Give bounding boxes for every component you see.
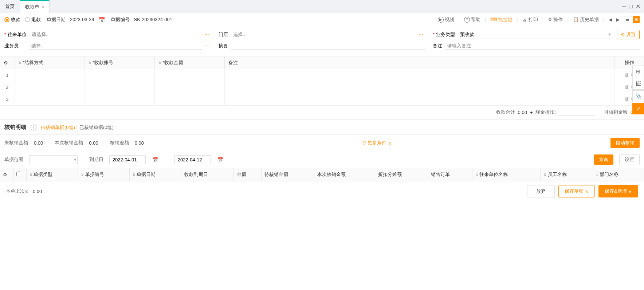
window-close-icon[interactable]: ✕	[636, 3, 640, 10]
cell-account-2[interactable]	[85, 81, 154, 93]
done-tab[interactable]: 已核销单据(0笔)	[79, 124, 114, 131]
calendar-icon[interactable]: 📅	[99, 17, 105, 23]
cell-remarks-3[interactable]	[224, 93, 614, 105]
sort-type[interactable]: ⇅	[30, 173, 32, 177]
equals-sign: =	[598, 110, 601, 115]
sort-no[interactable]: ⇅	[81, 173, 84, 177]
radio-receipt-dot	[4, 17, 9, 22]
prev-icon[interactable]: ◀	[609, 17, 612, 22]
select-all-checkbox[interactable]	[16, 172, 21, 176]
staff-input[interactable]	[29, 42, 202, 50]
doc-no-value: SK-20230324-001	[134, 17, 173, 22]
tab-home[interactable]: 首页	[0, 0, 20, 13]
cell-amount-3[interactable]	[154, 93, 224, 105]
save-new-btn[interactable]: 保存&新增 ∧	[598, 185, 638, 197]
cell-amount-2[interactable]	[154, 81, 224, 93]
video-btn[interactable]: ▶ 视频	[438, 16, 454, 23]
print-btn[interactable]: 🖨 打印	[523, 16, 538, 23]
bth-staff-name: ⇅ 员工名称	[541, 168, 592, 181]
staff-more-icon[interactable]: ···	[202, 43, 211, 49]
bth-gear: ⚙	[0, 168, 13, 181]
cal-icon-from[interactable]: 📅	[152, 157, 158, 162]
bth-due-date: 收款到期日	[181, 168, 234, 181]
store-input[interactable]	[231, 31, 416, 38]
history-btn[interactable]: 📋 历史单据	[573, 16, 599, 23]
bth-pending: 待核销金额	[262, 168, 314, 181]
cell-settlement-1[interactable]	[15, 69, 85, 81]
partner-input[interactable]	[30, 31, 202, 38]
summary-input[interactable]	[231, 42, 425, 50]
tab-bar-right: ─ □ ✕	[622, 3, 644, 10]
operation-btn[interactable]: ⚙ 操作	[548, 16, 563, 23]
shortcut-btn[interactable]: ⌨ 快捷键	[490, 16, 513, 23]
right-panel: ⊞ 🖼 📎 ⤢	[632, 66, 644, 114]
cal-icon-to[interactable]: 📅	[217, 157, 223, 162]
right-expand-icon[interactable]: ⤢	[632, 103, 644, 114]
right-paperclip-icon[interactable]: 📎	[632, 90, 644, 102]
store-more-icon[interactable]: ···	[416, 31, 425, 38]
verify-title: 核销明细	[4, 124, 26, 131]
discount-input[interactable]	[559, 109, 595, 116]
biz-type-label: * 业务类型	[433, 31, 455, 38]
right-table-icon[interactable]: ⊞	[632, 66, 644, 77]
maximize-icon[interactable]: □	[629, 3, 633, 10]
query-btn[interactable]: 查询	[594, 154, 613, 165]
next-icon[interactable]: ▶	[616, 17, 620, 22]
auto-verify-btn[interactable]: 自动核销	[610, 138, 640, 148]
cell-settlement-3[interactable]	[15, 93, 85, 105]
row-no-1: 1	[0, 69, 15, 81]
verify-settings-btn[interactable]: 设置	[619, 154, 640, 165]
row-no-2: 2	[0, 81, 15, 93]
total-value: 0.00	[518, 110, 527, 115]
due-date-to-input[interactable]	[174, 155, 211, 164]
abandon-btn[interactable]: 放弃	[527, 185, 555, 197]
remarks-input[interactable]	[445, 42, 640, 50]
cell-account-1[interactable]	[85, 69, 154, 81]
radio-receipt-label: 收款	[11, 16, 20, 23]
delete-icon-3[interactable]: 🗑	[624, 96, 629, 102]
bth-no: ⇅ 单据编号	[78, 168, 130, 181]
sort-up-settlement[interactable]: ⇅	[19, 61, 21, 65]
sort-staff[interactable]: ⇅	[543, 173, 546, 177]
help-btn[interactable]: ? 帮助	[464, 16, 480, 23]
cell-account-3[interactable]	[85, 93, 154, 105]
radio-receipt[interactable]: 收款	[4, 16, 20, 23]
sort-date[interactable]: ⇅	[133, 173, 136, 177]
tab-receipt[interactable]: 收款单 ×	[20, 0, 50, 13]
list-view-icon[interactable]: ☰	[624, 16, 631, 23]
btable-settings-icon[interactable]: ⚙	[3, 172, 7, 177]
sort-partner[interactable]: ⇅	[475, 173, 478, 177]
settings-button[interactable]: ⚙ 设置	[617, 30, 640, 39]
delete-icon-2[interactable]: 🗑	[624, 84, 629, 90]
table-settings-icon[interactable]: ⚙	[4, 60, 8, 66]
biz-type-select[interactable]: 预收款 ▼	[458, 31, 614, 39]
unchecked-label: 未核销金额	[4, 140, 28, 146]
remarks-field: 备注	[433, 42, 640, 50]
pending-tab[interactable]: 待核销单据(0笔)	[41, 124, 75, 131]
minimize-icon[interactable]: ─	[622, 3, 626, 10]
cell-remarks-2[interactable]	[224, 81, 614, 93]
filter-icon: ▽	[362, 140, 366, 146]
unchecked-value: 0.00	[34, 140, 43, 146]
right-image-icon[interactable]: 🖼	[632, 78, 644, 90]
more-conditions-btn[interactable]: ▽ 更多条件 ∧	[362, 140, 392, 146]
verify-header: 核销明细 i 待核销单据(0笔) 已核销单据(0笔)	[0, 120, 644, 135]
verify-info-icon[interactable]: i	[31, 125, 36, 130]
radio-refund[interactable]: 退款	[25, 16, 41, 23]
partner-more-icon[interactable]: ···	[202, 31, 211, 38]
operation-label: 操作	[553, 16, 563, 23]
cell-remarks-1[interactable]	[224, 69, 614, 81]
cell-amount-1[interactable]	[154, 69, 224, 81]
sort-up-account[interactable]: ⇅	[89, 61, 91, 65]
tab-close-icon[interactable]: ×	[42, 4, 44, 9]
save-draft-btn[interactable]: 保存草稿 ∧	[558, 185, 595, 197]
cell-settlement-2[interactable]	[15, 81, 85, 93]
staff-field: 业务员 ···	[4, 42, 211, 50]
due-date-from-input[interactable]	[109, 155, 146, 164]
biz-type-chevron: ▼	[608, 32, 612, 36]
sort-up-amount[interactable]: ⇅	[158, 61, 161, 65]
grid-view-icon[interactable]: ⊞	[633, 16, 640, 23]
sort-dept[interactable]: ⇅	[595, 173, 598, 177]
delete-icon-1[interactable]: 🗑	[624, 72, 629, 78]
range-select[interactable]	[30, 156, 78, 164]
